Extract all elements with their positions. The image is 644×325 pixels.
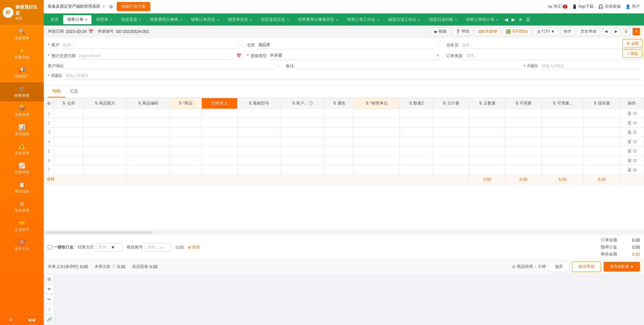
row-7-unit[interactable] (354, 165, 400, 175)
tab-order-stats[interactable]: 销售订单统计表 ✕ (462, 15, 502, 24)
row-4-available[interactable] (505, 137, 542, 147)
row-1-available[interactable] (505, 109, 542, 118)
tab-sales-fee-close[interactable]: ✕ (180, 18, 182, 22)
row-2-stock[interactable] (584, 118, 620, 128)
sidebar-item-purchase[interactable]: 📦 采购管理 (0, 101, 44, 121)
customer-more-icon[interactable]: ··· (238, 42, 242, 48)
tab-order-stats-close[interactable]: ✕ (496, 18, 498, 22)
row-7-warehouse[interactable] (54, 165, 83, 175)
th-spec[interactable]: ⇅ 规格型号 (237, 98, 280, 109)
a-project-input[interactable] (540, 63, 640, 70)
row-6-available2[interactable] (542, 156, 584, 165)
b-project-input[interactable] (64, 72, 640, 79)
sidebar-item-finance[interactable]: 💰 资金管理 (0, 140, 44, 159)
save-draft-button[interactable]: 保存草稿 (572, 261, 601, 272)
row-7-copy-icon[interactable]: ⧉ (633, 167, 637, 173)
row-4-scan[interactable] (202, 137, 237, 147)
help-btn[interactable]: ❓ 帮助 (452, 27, 472, 36)
row-1-available2[interactable] (542, 109, 584, 118)
customer-input[interactable] (62, 42, 236, 49)
th-qty2[interactable]: ⇅ 数量2 (400, 98, 433, 109)
th-attribute[interactable]: ⇅ 属性 (325, 98, 354, 109)
row-2-main-qty[interactable] (469, 118, 505, 128)
sidebar-item-marketing[interactable]: 📢 营销推广 (0, 63, 44, 82)
row-7-scan[interactable] (202, 165, 237, 175)
one-click-checkbox-input[interactable] (48, 245, 52, 249)
row-3-main-unit[interactable] (433, 128, 469, 137)
tab-sales-goods-history[interactable]: 销货单历史 ✕ (224, 15, 256, 24)
row-2-unit[interactable] (354, 118, 400, 128)
tab-sales-order-history-close[interactable]: ✕ (217, 18, 219, 22)
row-3-available[interactable] (505, 128, 542, 137)
row-7-available[interactable] (505, 165, 542, 175)
row-4-qty2[interactable] (400, 137, 433, 147)
row-1-goods[interactable] (170, 109, 202, 118)
delivery-calendar-icon[interactable]: 📅 (236, 53, 241, 58)
history-btn[interactable]: 历史单据 (577, 27, 600, 36)
profit-btn[interactable]: 💹 毛利预估 (503, 27, 531, 36)
th-scan[interactable]: 扫码录入 (202, 98, 237, 109)
row-3-image[interactable] (83, 128, 127, 137)
system-dropdown-icon[interactable]: ▼ (102, 5, 106, 8)
scroll-thumb[interactable] (45, 231, 153, 234)
logistics-btn[interactable]: + 物流 (622, 49, 643, 58)
row-4-copy-icon[interactable]: ⧉ (633, 139, 637, 145)
tab-cash-reconcile-close[interactable]: ✕ (455, 18, 457, 22)
th-goods[interactable]: ⇅ *商品 (170, 98, 202, 109)
row-4-spec[interactable] (237, 137, 280, 147)
row-2-delete-icon[interactable]: 🗑 (627, 120, 632, 126)
row-3-code[interactable] (126, 128, 170, 137)
view-video-btn[interactable]: ▶ 视频 (431, 27, 450, 36)
row-2-image[interactable] (83, 118, 127, 128)
tab-sales-return-close[interactable]: ✕ (139, 18, 141, 22)
row-7-attribute[interactable] (325, 165, 354, 175)
customer-address-input[interactable] (66, 63, 274, 70)
sidebar-item-sales[interactable]: 🛒 销售管理 (0, 82, 44, 101)
row-6-stock[interactable] (584, 156, 620, 165)
row-1-copy-icon[interactable]: ⧉ (633, 111, 637, 116)
bank-account-select[interactable]: 选择... ··· (145, 243, 172, 251)
tab-fee-history-close[interactable]: ✕ (336, 18, 338, 22)
row-6-spec[interactable] (237, 156, 280, 165)
discard-button[interactable]: 放弃 (548, 261, 569, 272)
settings-btn[interactable]: ⚙ 设置 (622, 39, 643, 48)
row-6-available[interactable] (505, 156, 542, 165)
warehouse-more-icon[interactable]: ··· (437, 42, 441, 48)
row-3-warehouse[interactable] (54, 128, 83, 137)
tab-sales-order-history[interactable]: 销售订单历史 ✕ (187, 15, 223, 24)
online-service-link[interactable]: 🎧 在线客服 (598, 4, 621, 9)
tab-sales-goods-close[interactable]: ✕ (110, 18, 112, 22)
row-4-attribute[interactable] (325, 137, 354, 147)
row-1-scan[interactable] (202, 109, 237, 118)
row-5-qty2[interactable] (400, 147, 433, 156)
row-5-unit[interactable] (354, 147, 400, 156)
th-settings[interactable]: ⚙ (44, 98, 54, 109)
tab-cash-reconcile[interactable]: 钱货日清对账 ✕ (425, 15, 461, 24)
row-6-customer-code[interactable] (280, 156, 325, 165)
delivery-date-input[interactable] (78, 52, 235, 59)
prev-doc-btn[interactable]: ◀ (602, 28, 610, 35)
tab-detail[interactable]: 明细 (48, 86, 65, 97)
tab-return-history[interactable]: 销货退货历史 ✕ (257, 15, 293, 24)
row-3-stock[interactable] (584, 128, 620, 137)
row-2-goods[interactable] (170, 118, 202, 128)
tab-cash-workbench-close[interactable]: ✕ (418, 18, 420, 22)
current-debt-help-icon[interactable]: ⓘ (112, 264, 116, 270)
row-3-copy-icon[interactable]: ⧉ (633, 129, 637, 135)
close-page-btn[interactable]: ✕ (633, 28, 640, 35)
row-3-goods[interactable] (170, 128, 202, 137)
tab-cash-workbench[interactable]: 钱货日清工作台 ✕ (384, 15, 424, 24)
row-3-customer-code[interactable] (280, 128, 325, 137)
row-6-copy-icon[interactable]: ⧉ (633, 158, 637, 163)
row-7-delete-icon[interactable]: 🗑 (627, 167, 632, 173)
tab-sales-fee[interactable]: 销售费用分摊单 ✕ (146, 15, 186, 24)
row-5-image[interactable] (83, 147, 127, 156)
sidebar-settings-icon[interactable]: ⚙ (9, 317, 13, 322)
sidebar-item-system[interactable]: ⚙ 系统管理 (0, 197, 44, 216)
row-4-customer-code[interactable] (280, 137, 325, 147)
row-5-main-qty[interactable] (469, 147, 505, 156)
app-download-link[interactable]: 📱 App下载 (572, 4, 594, 9)
row-4-main-qty[interactable] (469, 137, 505, 147)
row-7-image[interactable] (83, 165, 127, 175)
row-5-main-unit[interactable] (433, 147, 469, 156)
